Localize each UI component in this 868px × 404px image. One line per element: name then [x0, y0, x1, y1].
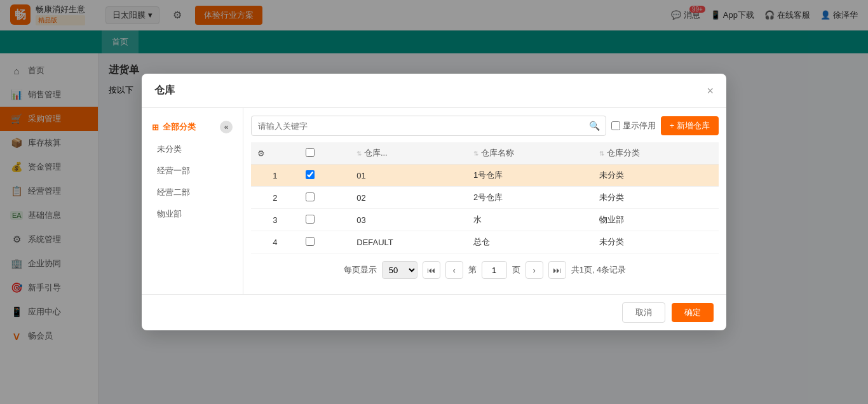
row-category: 未分类 [593, 187, 719, 209]
row-checkbox[interactable] [306, 192, 315, 201]
page-suffix: 页 [512, 264, 520, 276]
prev-page-button[interactable]: ‹ [445, 261, 463, 279]
row-checkbox[interactable] [306, 215, 315, 224]
col-code-sort-icon: ⇅ [356, 150, 362, 157]
page-input[interactable] [482, 261, 507, 279]
cancel-button[interactable]: 取消 [622, 302, 665, 323]
first-page-button[interactable]: ⏮ [423, 261, 440, 279]
col-name: ⇅ 仓库名称 [467, 142, 593, 165]
row-name: 总仓 [467, 231, 593, 253]
add-warehouse-button[interactable]: + 新增仓库 [661, 116, 719, 135]
row-code: DEFAULT [350, 231, 467, 253]
settings-col-icon: ⚙ [257, 149, 265, 158]
all-categories-label: 全部分类 [163, 121, 196, 133]
collapse-button[interactable]: « [220, 121, 233, 133]
category-item-uncategorized[interactable]: 未分类 [142, 138, 243, 160]
last-page-button[interactable]: ⏭ [548, 261, 566, 279]
row-category: 未分类 [593, 231, 719, 253]
table-panel: 🔍 显示停用 + 新增仓库 ⚙ ⇅ [243, 108, 726, 294]
show-disabled-label[interactable]: 显示停用 [611, 120, 656, 131]
row-number: 3 [251, 209, 299, 231]
show-disabled-checkbox[interactable] [611, 121, 620, 130]
category-item-property[interactable]: 物业部 [142, 203, 243, 225]
warehouse-modal: 仓库 × ⊞ 全部分类 « 未分类 经营一部 经营二部 物业部 [142, 74, 726, 330]
search-icon: 🔍 [589, 121, 600, 131]
table-row[interactable]: 1 01 1号仓库 未分类 [251, 165, 719, 187]
select-all-checkbox[interactable] [306, 148, 315, 157]
col-code: ⇅ 仓库... [350, 142, 467, 165]
per-page-label: 每页显示 [344, 264, 377, 276]
col-category-sort-icon: ⇅ [599, 150, 604, 157]
page-summary: 共1页, 4条记录 [571, 264, 627, 276]
category-panel: ⊞ 全部分类 « 未分类 经营一部 经营二部 物业部 [142, 108, 243, 294]
confirm-button[interactable]: 确定 [672, 303, 714, 322]
grid-icon: ⊞ [152, 123, 159, 132]
row-number: 2 [251, 187, 299, 209]
search-wrap: 🔍 [251, 116, 606, 136]
table-row[interactable]: 4 DEFAULT 总仓 未分类 [251, 231, 719, 253]
row-number: 4 [251, 231, 299, 253]
next-page-button[interactable]: › [526, 261, 543, 279]
row-checkbox[interactable] [306, 170, 315, 179]
modal-close-button[interactable]: × [707, 85, 714, 97]
modal-body: ⊞ 全部分类 « 未分类 经营一部 经营二部 物业部 🔍 [142, 108, 726, 294]
row-checkbox-cell [299, 231, 351, 253]
warehouse-table: ⚙ ⇅ 仓库... ⇅ 仓库名称 ⇅ [251, 142, 719, 253]
col-name-sort-icon: ⇅ [473, 150, 478, 157]
row-name: 1号仓库 [467, 165, 593, 187]
per-page-select[interactable]: 50 100 200 [382, 261, 417, 279]
category-item-ops2[interactable]: 经营二部 [142, 182, 243, 203]
row-name: 2号仓库 [467, 187, 593, 209]
col-checkbox [299, 142, 351, 165]
col-category: ⇅ 仓库分类 [593, 142, 719, 165]
modal-title: 仓库 [154, 84, 175, 97]
row-code: 01 [350, 165, 467, 187]
row-checkbox-cell [299, 165, 351, 187]
modal-footer: 取消 确定 [142, 294, 726, 330]
row-checkbox[interactable] [306, 237, 315, 246]
modal-overlay: 仓库 × ⊞ 全部分类 « 未分类 经营一部 经营二部 物业部 [0, 0, 868, 404]
row-number: 1 [251, 165, 299, 187]
row-checkbox-cell [299, 187, 351, 209]
table-row[interactable]: 3 03 水 物业部 [251, 209, 719, 231]
row-category: 未分类 [593, 165, 719, 187]
row-name: 水 [467, 209, 593, 231]
col-settings: ⚙ [251, 142, 299, 165]
row-category: 物业部 [593, 209, 719, 231]
modal-header: 仓库 × [142, 74, 726, 108]
row-checkbox-cell [299, 209, 351, 231]
table-toolbar: 🔍 显示停用 + 新增仓库 [251, 116, 719, 136]
row-code: 02 [350, 187, 467, 209]
category-item-ops1[interactable]: 经营一部 [142, 160, 243, 182]
table-row[interactable]: 2 02 2号仓库 未分类 [251, 187, 719, 209]
search-input[interactable] [251, 116, 606, 136]
all-categories-item[interactable]: ⊞ 全部分类 « [142, 116, 243, 138]
row-code: 03 [350, 209, 467, 231]
pagination: 每页显示 50 100 200 ⏮ ‹ 第 页 › ⏭ 共1页, 4条记录 [251, 253, 719, 286]
page-label: 第 [468, 264, 477, 276]
